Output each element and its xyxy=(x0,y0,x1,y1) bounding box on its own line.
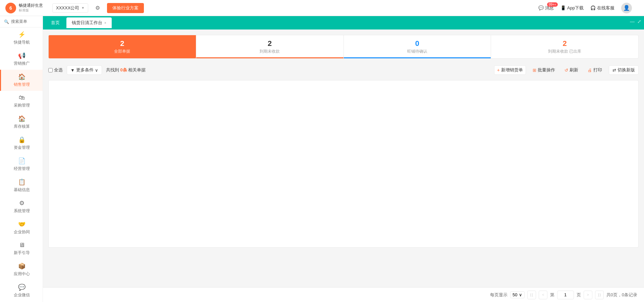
per-page-value: 50 xyxy=(513,292,517,297)
filter-label: 更多条件 xyxy=(76,67,94,73)
stat-label-overdue-shipped: 到期未收款 已出库 xyxy=(498,49,632,54)
stat-card-pending[interactable]: 0 旺铺待确认 xyxy=(344,35,491,58)
header-left: 6 畅捷通好生意 标准版 XXXXX公司 ▼ ⚙ 体验行业方案 xyxy=(5,3,144,13)
enterprise-icon: 🤝 xyxy=(18,221,25,228)
sidebar: 🔍 搜索菜单 ⚡ 快捷导航 📢 营销推广 🏠 销售管理 🛍 采购管理 🏠 库存核… xyxy=(0,16,43,302)
company-selector[interactable]: XXXXX公司 ▼ xyxy=(52,3,88,13)
sidebar-item-guide[interactable]: 🖥 新手引导 xyxy=(0,238,43,259)
sidebar-item-finance[interactable]: 🔒 资金管理 xyxy=(0,133,43,154)
wechat-work-icon: 💬 xyxy=(18,284,25,291)
settings-icon-btn[interactable]: ⚙ xyxy=(92,3,103,13)
add-sale-label: 新增销货单 xyxy=(501,67,523,73)
avatar[interactable]: 👤 xyxy=(621,3,632,13)
refresh-button[interactable]: ↺ 刷新 xyxy=(562,66,581,74)
page-prev-btn[interactable]: ＜ xyxy=(539,291,547,299)
company-name: XXXXX公司 xyxy=(56,5,79,11)
trial-button[interactable]: 体验行业方案 xyxy=(107,3,144,13)
filter-icon: ▼ xyxy=(70,68,75,73)
basic-info-icon: 📋 xyxy=(18,178,25,186)
refresh-label: 刷新 xyxy=(570,67,578,73)
stat-number-all: 2 xyxy=(55,39,189,48)
search-icon: 🔍 xyxy=(4,19,9,24)
logo-icon: 6 xyxy=(5,3,16,13)
sidebar-item-label: 应用中心 xyxy=(14,271,30,277)
page-next-btn[interactable]: ＞ xyxy=(584,291,592,299)
refresh-icon: ↺ xyxy=(565,68,568,73)
stat-card-all[interactable]: 2 全部单据 xyxy=(49,35,196,58)
tab-home[interactable]: 首页 xyxy=(46,17,65,28)
plus-icon: + xyxy=(497,67,500,73)
chevron-down-icon: ▼ xyxy=(81,6,85,10)
toolbar: 全选 ▼ 更多条件 ∨ 共找到 0条 相关单据 + 新增销货单 xyxy=(48,63,639,77)
quick-nav-icon: ⚡ xyxy=(18,31,25,38)
sidebar-item-label: 销售管理 xyxy=(14,82,30,87)
header-right: 💬 消息 99++ 📱 App下载 🎧 在线客服 👤 xyxy=(538,3,639,13)
sidebar-item-marketing[interactable]: 📢 营销推广 xyxy=(0,49,43,70)
page-suffix: 页 xyxy=(577,292,581,298)
stat-number-overdue: 2 xyxy=(203,39,337,48)
sidebar-item-system[interactable]: ⚙ 系统管理 xyxy=(0,196,43,217)
app-download-action[interactable]: 📱 App下载 xyxy=(560,5,584,11)
found-text: 共找到 0条 相关单据 xyxy=(106,67,146,73)
print-icon: 🖨 xyxy=(588,68,592,73)
sidebar-item-inventory[interactable]: 🏠 库存核算 xyxy=(0,112,43,133)
per-page-label: 每页显示 xyxy=(490,292,507,298)
batch-button[interactable]: ⊞ 批量操作 xyxy=(530,66,558,74)
minimize-icon[interactable]: — xyxy=(630,19,635,24)
finance-icon: 🔒 xyxy=(18,136,25,143)
tab-close-icon[interactable]: × xyxy=(104,21,106,25)
sidebar-item-sales[interactable]: 🏠 销售管理 xyxy=(0,70,43,91)
logo-text: 畅捷通好生意 xyxy=(19,3,43,8)
filter-button[interactable]: ▼ 更多条件 ∨ xyxy=(67,65,102,75)
online-service-action[interactable]: 🎧 在线客服 xyxy=(590,5,614,11)
sidebar-item-quick-nav[interactable]: ⚡ 快捷导航 xyxy=(0,27,43,49)
sidebar-item-enterprise[interactable]: 🤝 企业协同 xyxy=(0,217,43,238)
messages-action[interactable]: 💬 消息 99++ xyxy=(538,5,554,11)
page-first-btn[interactable]: ⟨⟨ xyxy=(527,291,536,299)
page-last-btn[interactable]: ⟩⟩ xyxy=(595,291,604,299)
add-sale-button[interactable]: + 新增销货单 xyxy=(494,65,526,75)
stats-row: 2 全部单据 2 到期未收款 0 旺铺待确认 2 到期未收款 已出库 xyxy=(48,35,639,59)
stat-number-pending: 0 xyxy=(351,39,484,48)
select-all-checkbox[interactable]: 全选 xyxy=(48,67,63,73)
purchase-icon: 🛍 xyxy=(19,94,25,101)
stat-card-overdue-shipped[interactable]: 2 到期未收款 已出库 xyxy=(491,35,638,58)
sidebar-item-operations[interactable]: 📄 经营管理 xyxy=(0,154,43,175)
app-download-label: App下载 xyxy=(567,5,584,11)
stat-card-overdue[interactable]: 2 到期未收款 xyxy=(196,35,344,58)
stat-label-overdue: 到期未收款 xyxy=(203,49,337,54)
sidebar-item-purchase[interactable]: 🛍 采购管理 xyxy=(0,91,43,112)
found-count: 0条 xyxy=(120,67,127,72)
stat-label-pending: 旺铺待确认 xyxy=(351,49,484,54)
chevron-down-icon: ∨ xyxy=(95,68,98,73)
switch-button[interactable]: ⇄ 切换新版 xyxy=(609,65,639,75)
online-service-label: 在线客服 xyxy=(597,5,614,11)
print-button[interactable]: 🖨 打印 xyxy=(585,66,605,74)
page-input[interactable] xyxy=(557,291,574,299)
logo-badge: 标准版 xyxy=(19,8,43,13)
sidebar-item-label: 采购管理 xyxy=(14,103,30,108)
maximize-icon[interactable]: ⤢ xyxy=(637,19,641,24)
logo-area: 6 畅捷通好生意 标准版 xyxy=(5,3,48,13)
toolbar-left: 全选 ▼ 更多条件 ∨ 共找到 0条 相关单据 xyxy=(48,65,146,75)
main-content: 2 全部单据 2 到期未收款 0 旺铺待确认 2 到期未收款 已出库 xyxy=(43,29,644,302)
sidebar-item-label: 库存核算 xyxy=(14,124,30,129)
batch-label: 批量操作 xyxy=(538,67,555,73)
stat-underline-pending xyxy=(344,57,491,58)
system-icon: ⚙ xyxy=(19,199,24,207)
sidebar-item-label: 企业微信 xyxy=(14,292,30,298)
switch-icon: ⇄ xyxy=(612,68,616,73)
select-all-input[interactable] xyxy=(48,68,53,72)
sidebar-item-label: 营销推广 xyxy=(14,61,30,66)
messages-badge: 99++ xyxy=(547,2,558,7)
tab-qianghuo[interactable]: 钱货日清工作台 × xyxy=(66,17,112,28)
sidebar-item-basic-info[interactable]: 📋 基础信息 xyxy=(0,175,43,196)
stat-number-overdue-shipped: 2 xyxy=(498,39,632,48)
table-area xyxy=(48,80,639,248)
sidebar-item-wechat-work[interactable]: 💬 企业微信 xyxy=(0,280,43,301)
sidebar-search[interactable]: 🔍 搜索菜单 xyxy=(0,16,43,27)
sidebar-item-label: 基础信息 xyxy=(14,187,30,193)
sidebar-item-app-center[interactable]: 📦 应用中心 xyxy=(0,259,43,280)
per-page-select[interactable]: 50 ∨ xyxy=(510,291,524,298)
sidebar-item-label: 资金管理 xyxy=(14,145,30,150)
